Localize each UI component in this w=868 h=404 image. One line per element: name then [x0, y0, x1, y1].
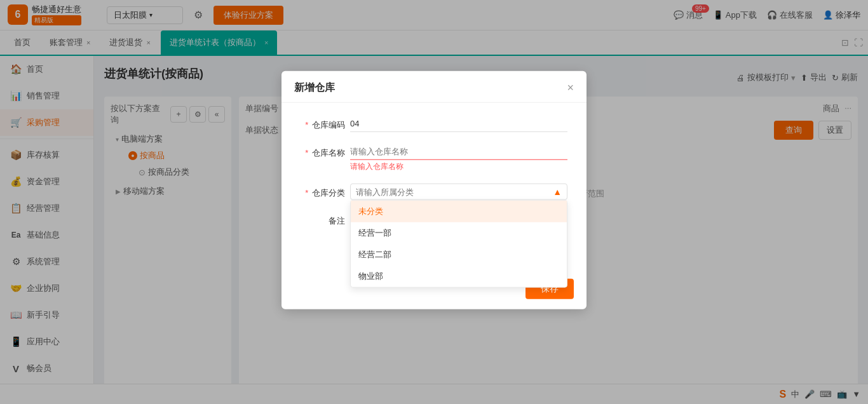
- add-warehouse-modal: 新增仓库 × * 仓库编码 * 仓库名称 请输入仓库名称: [281, 71, 587, 309]
- dropdown-item-2[interactable]: 经营二部: [351, 244, 567, 266]
- form-row-name: * 仓库名称 请输入仓库名称: [301, 144, 567, 172]
- category-dropdown: 未分类 经营一部 经营二部 物业部: [350, 200, 567, 288]
- category-dropdown-arrow[interactable]: ▲: [553, 187, 562, 197]
- category-label: * 仓库分类: [301, 184, 345, 199]
- name-error-msg: 请输入仓库名称: [350, 161, 567, 172]
- dropdown-item-3[interactable]: 物业部: [351, 266, 567, 287]
- modal-close-button[interactable]: ×: [567, 81, 574, 95]
- modal-title: 新增仓库: [294, 81, 335, 95]
- code-field-wrap: [350, 116, 567, 132]
- form-row-category: * 仓库分类 ▲ 未分类 经营一部 经营二部 物业部: [301, 184, 567, 200]
- name-input[interactable]: [350, 144, 567, 160]
- category-input[interactable]: [356, 187, 553, 196]
- remark-label: 备注: [301, 212, 345, 227]
- modal-body: * 仓库编码 * 仓库名称 请输入仓库名称 * 仓库分类: [281, 103, 587, 274]
- form-row-code: * 仓库编码: [301, 116, 567, 132]
- dropdown-item-0[interactable]: 未分类: [351, 201, 567, 222]
- category-input-wrap: ▲: [350, 184, 567, 200]
- required-star-code: *: [305, 120, 308, 130]
- required-star-name: *: [305, 148, 308, 158]
- code-label: * 仓库编码: [301, 116, 345, 131]
- dropdown-item-1[interactable]: 经营一部: [351, 222, 567, 244]
- modal-header: 新增仓库 ×: [281, 71, 587, 103]
- code-input[interactable]: [350, 116, 567, 132]
- name-label: * 仓库名称: [301, 144, 345, 159]
- required-star-category: *: [305, 188, 308, 198]
- category-field-wrap: ▲ 未分类 经营一部 经营二部 物业部: [350, 184, 567, 200]
- name-field-wrap: 请输入仓库名称: [350, 144, 567, 172]
